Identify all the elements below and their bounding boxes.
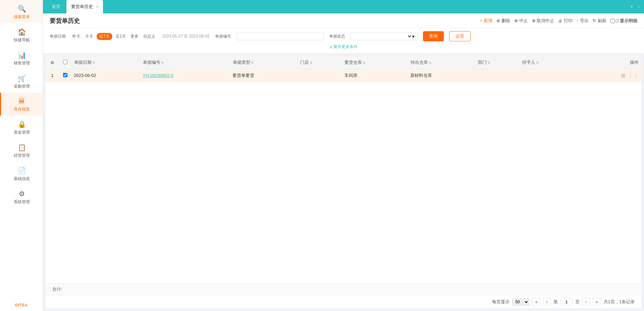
status-filter-select[interactable] [354, 34, 412, 39]
sidebar-item-label: 搜索菜单 [14, 14, 30, 20]
col-reqwarehouse[interactable]: 要货仓库⇅ [342, 56, 408, 69]
export-btn[interactable]: ↑ 导出 [577, 18, 589, 24]
expand-row: ∨ 展开更多条件 [50, 41, 637, 50]
sort-dept-icon: ⇅ [487, 61, 490, 64]
query-button[interactable]: 查询 [423, 31, 444, 41]
date-filter-label: 单据日期 [50, 34, 66, 39]
cart-icon: 🛒 [18, 74, 26, 82]
delete-btn[interactable]: ⊗ 删除 [496, 18, 510, 24]
cell-dept [475, 69, 520, 82]
per-page-select[interactable]: 20 50 100 200 [512, 298, 529, 306]
cell-checkbox[interactable] [59, 69, 71, 82]
sort-store-icon: ⇅ [310, 61, 312, 64]
docno-link[interactable]: YH-20230602-0 [143, 73, 173, 78]
status-filter-label: 单据状态 [329, 34, 345, 39]
chart-icon: 📊 [18, 51, 26, 59]
expand-filter-btn[interactable]: ∨ 展开更多条件 [329, 44, 358, 50]
sidebar-item-inventory[interactable]: 🏛 库存核算 [0, 93, 43, 116]
date-btn-last7days[interactable]: 近7天 [97, 33, 112, 40]
show-detail-checkbox[interactable] [610, 19, 615, 23]
filter-row-1: 单据日期 昨天 今天 近7天 近1月 更多 自定义 2023-05-27 至 2… [50, 31, 637, 41]
sidebar-item-quicknav[interactable]: 🏠 快捷导航 [0, 23, 43, 46]
sidebar-item-finance[interactable]: 🔒 资金管理 [0, 116, 43, 139]
clipboard-icon: 📋 [18, 143, 26, 151]
cell-num: 1 [46, 69, 59, 82]
tab-requisition-label: 要货单历史 [71, 4, 93, 10]
last-page-btn[interactable]: » [592, 298, 601, 306]
more-action-icon[interactable]: ⋮⋮ [628, 72, 639, 79]
sort-handler-icon: ⇅ [536, 61, 539, 64]
col-doctype[interactable]: 单据类型⇅ [230, 56, 298, 69]
settings-button[interactable]: 设置 [449, 31, 471, 41]
page-label: 第 [553, 299, 558, 305]
print-btn[interactable]: 🖨 打印 [558, 18, 573, 24]
date-btn-custom[interactable]: 自定义 [142, 33, 157, 40]
col-checkbox[interactable] [59, 56, 71, 69]
refresh-btn[interactable]: ↻ 刷新 [593, 18, 606, 24]
sort-doctype-icon: ⇅ [251, 61, 254, 64]
sidebar-item-search[interactable]: 🔍 搜索菜单 [0, 0, 43, 23]
sort-reqwh-icon: ⇅ [363, 61, 365, 64]
sidebar-item-sales[interactable]: 📊 销售管理 [0, 46, 43, 70]
col-pendingwarehouse[interactable]: 待出仓库⇅ [408, 56, 475, 69]
inventory-icon: 🏛 [18, 97, 25, 105]
cell-date: 2023-06-02 [71, 69, 140, 82]
tab-requisition-history[interactable]: 要货单历史 × [66, 0, 103, 13]
view-action-icon[interactable]: ⊞ [621, 72, 625, 79]
row-checkbox[interactable] [63, 73, 67, 77]
tab-home[interactable]: 首页 [47, 0, 65, 13]
lock-icon: 🔒 [18, 120, 26, 128]
col-dept[interactable]: 部门⇅ [475, 56, 520, 69]
footer-total: 合计: [46, 283, 641, 295]
table-scroll[interactable]: ⚙ 单据日期⇅ 单据编号⇅ 单据类型⇅ 门店⇅ 要货仓库⇅ 待出仓库⇅ 部门⇅ … [46, 56, 641, 283]
date-range-display: 2023-05-27 至 2023-06-02 [162, 34, 209, 39]
col-handler[interactable]: 经手人⇅ [520, 56, 575, 69]
select-all-checkbox[interactable] [63, 60, 67, 64]
cell-reqwarehouse: 车间库 [342, 69, 408, 82]
window-maximize-btn[interactable]: □ [638, 4, 640, 9]
sidebar-item-label: 快捷导航 [14, 37, 30, 43]
expand-arrow-icon: ∨ [329, 45, 332, 49]
top-bar: 首页 要货单历史 × × □ [43, 0, 644, 13]
status-filter-select-wrapper[interactable]: ▾ [351, 32, 418, 40]
date-shortcuts: 昨天 今天 近7天 近1月 更多 自定义 [71, 33, 157, 40]
col-store[interactable]: 门店⇅ [298, 56, 342, 69]
stop-btn[interactable]: ⊗ 中止 [514, 18, 528, 24]
sidebar-item-purchase[interactable]: 🛒 采购管理 [0, 70, 43, 93]
window-close-btn[interactable]: × [631, 4, 633, 9]
next-page-btn[interactable]: › [582, 298, 590, 306]
sidebar-item-label: 库存核算 [14, 106, 30, 112]
docno-filter-input[interactable] [236, 32, 324, 40]
cell-docno[interactable]: YH-20230602-0 [140, 69, 230, 82]
date-btn-more[interactable]: 更多 [129, 33, 140, 40]
prev-page-btn[interactable]: ‹ [543, 298, 551, 306]
show-detail-label: □ 显示明细 [616, 18, 637, 24]
show-detail-toggle[interactable]: □ 显示明细 [610, 18, 637, 24]
date-btn-yesterday[interactable]: 昨天 [71, 33, 82, 40]
toolbar: + 新增 ⊗ 删除 ⊗ 中止 ⊗ 取消中止 🖨 打印 ↑ 导出 ↻ 刷新 □ 显… [480, 18, 637, 24]
table-row[interactable]: 1 2023-06-02 YH-20230602-0 要货单要货 车间库 原材料… [46, 69, 641, 82]
date-btn-today[interactable]: 今天 [84, 33, 95, 40]
table-area: ⚙ 单据日期⇅ 单据编号⇅ 单据类型⇅ 门店⇅ 要货仓库⇅ 待出仓库⇅ 部门⇅ … [46, 56, 641, 308]
cell-store [298, 69, 342, 82]
first-page-btn[interactable]: « [532, 298, 540, 306]
main-area: 首页 要货单历史 × × □ 要货单历史 + 新增 ⊗ 删除 ⊗ 中止 ⊗ 取消… [43, 0, 644, 311]
page-input[interactable] [560, 298, 573, 306]
sidebar-item-label: 采购管理 [14, 84, 30, 89]
col-date[interactable]: 单据日期⇅ [71, 56, 140, 69]
sidebar-item-basicinfo[interactable]: 📄 基础信息 [0, 162, 43, 185]
sidebar-item-system[interactable]: ⚙ 系统管理 [0, 185, 43, 208]
pagination-bar: 每页显示 20 50 100 200 « ‹ 第 页 › » 共1页，1条记录 [46, 295, 641, 308]
total-info: 共1页，1条记录 [604, 299, 635, 305]
cell-doctype: 要货单要货 [230, 69, 298, 82]
col-settings[interactable]: ⚙ [46, 56, 59, 69]
page-suffix: 页 [575, 299, 580, 305]
cancel-stop-btn[interactable]: ⊗ 取消中止 [532, 18, 554, 24]
date-btn-lastmonth[interactable]: 近1月 [114, 33, 127, 40]
tab-close-icon[interactable]: × [96, 5, 98, 9]
new-btn[interactable]: + 新增 [480, 18, 492, 24]
data-table: ⚙ 单据日期⇅ 单据编号⇅ 单据类型⇅ 门店⇅ 要货仓库⇅ 待出仓库⇅ 部门⇅ … [46, 56, 641, 82]
sidebar-item-operations[interactable]: 📋 经营管理 [0, 139, 43, 162]
sidebar-item-label: 资金管理 [14, 130, 30, 135]
col-docno[interactable]: 单据编号⇅ [140, 56, 230, 69]
